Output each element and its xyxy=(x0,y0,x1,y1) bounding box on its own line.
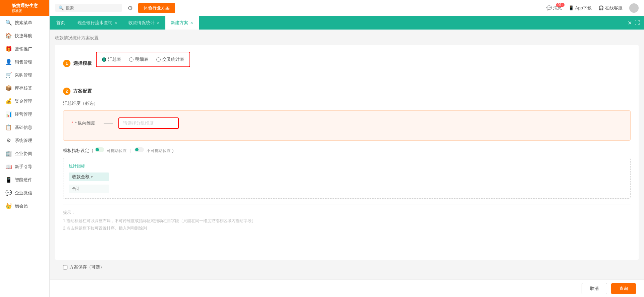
tips-section: 提示： 1.拖动标题栏可以调整布局，不可跨维度或指标区域拖动栏目字段（只能在同一… xyxy=(63,204,631,232)
chat-icon: 💬 xyxy=(5,190,12,196)
download-label: App下载 xyxy=(575,5,592,11)
section1-title: 选择模板 xyxy=(73,60,92,66)
nondraggable-toggle[interactable] xyxy=(135,147,144,152)
box-icon: 📦 xyxy=(5,85,12,91)
radio-detail-label: 明细表 xyxy=(135,56,148,62)
action-bar: 取消 查询 xyxy=(50,280,644,297)
radio-summary[interactable]: 汇总表 xyxy=(102,56,121,62)
metrics-section: 模板指标设定（ 可拖动位置 | 不可拖动位置 ） 统计指标 xyxy=(63,147,631,232)
metric-tag-amount[interactable]: 收款金额 ▾ xyxy=(69,172,109,181)
query-button[interactable]: 查询 xyxy=(611,283,636,294)
radio-cross[interactable]: 交叉统计表 xyxy=(156,56,184,62)
section2-number: 2 xyxy=(63,88,70,95)
metric-subtag-total: 合计 xyxy=(69,185,109,193)
sidebar-item-hardware[interactable]: 📱 智能硬件 xyxy=(0,173,49,186)
tab-collection[interactable]: 收款情况统计 ✕ xyxy=(123,16,165,30)
gift-icon: 🎁 xyxy=(5,46,12,52)
dimension-area: * * 纵向维度 —— 请选择分组维度 xyxy=(63,110,631,141)
sidebar-item-label: 智能硬件 xyxy=(15,177,32,183)
save-checkbox-label[interactable]: 方案保存（可选） xyxy=(63,264,104,270)
sidebar-item-purchase[interactable]: 🛒 采购管理 xyxy=(0,68,49,82)
search-input[interactable] xyxy=(66,6,113,10)
phone-icon: 📱 xyxy=(5,177,12,183)
tip-item-1: 1.拖动标题栏可以调整布局，不可跨维度或指标区域拖动栏目字段（只能在同一维度或指… xyxy=(63,217,631,225)
sidebar-logo: 畅捷通好生意 标准版 xyxy=(0,0,49,16)
draggable-label: 可拖动位置 xyxy=(107,148,127,153)
save-checkbox[interactable] xyxy=(63,265,67,269)
sidebar-item-enterprise[interactable]: 🏢 企业协同 xyxy=(0,147,49,160)
tab-cashflow-close[interactable]: ✕ xyxy=(114,21,117,25)
radio-summary-input[interactable] xyxy=(102,57,106,62)
service-item[interactable]: 🎧 在线客服 xyxy=(598,5,623,11)
tab-newplan-close[interactable]: ✕ xyxy=(190,21,193,25)
template-selection: 汇总表 明细表 交叉统计表 xyxy=(96,52,190,67)
search-icon: 🔍 xyxy=(58,5,64,10)
sidebar-item-inventory[interactable]: 📦 库存核算 xyxy=(0,82,49,95)
sidebar-item-guide[interactable]: 📖 新手引导 xyxy=(0,160,49,173)
service-label: 在线客服 xyxy=(605,5,623,11)
sidebar-item-finance[interactable]: 💰 资金管理 xyxy=(0,95,49,108)
tab-collection-close[interactable]: ✕ xyxy=(157,21,160,25)
section2-header: 2 方案配置 xyxy=(63,88,631,95)
clipboard-icon: 📋 xyxy=(5,124,12,131)
avatar[interactable] xyxy=(629,3,639,13)
footer-save: 方案保存（可选） xyxy=(55,260,639,274)
sidebar-item-quicknav[interactable]: 🏠 快捷导航 xyxy=(0,29,49,42)
building-icon: 🏢 xyxy=(5,150,12,157)
sidebar-item-label: 基础信息 xyxy=(15,125,32,131)
sidebar-item-basicinfo[interactable]: 📋 基础信息 xyxy=(0,121,49,134)
sidebar-item-label: 销售管理 xyxy=(15,59,32,65)
save-label: 方案保存（可选） xyxy=(69,264,104,270)
tab-newplan[interactable]: 新建方案 ✕ xyxy=(165,16,199,30)
tips-title: 提示： xyxy=(63,210,631,215)
tab-newplan-label: 新建方案 xyxy=(171,20,188,26)
metrics-area-title: 统计指标 xyxy=(69,163,625,169)
sidebar-item-search[interactable]: 🔍 搜索菜单 xyxy=(0,16,49,29)
section1-header: 1 选择模板 xyxy=(63,60,92,67)
cart-icon: 🛒 xyxy=(5,72,12,78)
gear-icon: ⚙ xyxy=(5,137,12,144)
form-card: 1 选择模板 汇总表 明细表 xyxy=(55,45,639,260)
radio-detail-input[interactable] xyxy=(129,57,133,62)
section1-number: 1 xyxy=(63,60,70,67)
sidebar-item-wechat[interactable]: 💬 企业微信 xyxy=(0,186,49,199)
service-icon: 🎧 xyxy=(598,5,604,10)
tab-expand-btn[interactable]: ⛶ xyxy=(635,20,640,26)
draggable-toggle[interactable] xyxy=(95,147,104,152)
metrics-label: 模板指标设定（ 可拖动位置 | 不可拖动位置 ） xyxy=(63,147,176,154)
sidebar-item-sales[interactable]: 👤 销售管理 xyxy=(0,55,49,68)
sidebar: 畅捷通好生意 标准版 🔍 搜索菜单 🏠 快捷导航 🎁 营销推广 👤 销售管理 🛒… xyxy=(0,0,50,297)
trial-button[interactable]: 体验行业方案 xyxy=(138,3,175,13)
tab-cashflow[interactable]: 现金银行流水查询 ✕ xyxy=(72,16,123,30)
radio-cross-input[interactable] xyxy=(156,57,161,62)
message-badge: 99+ xyxy=(556,3,565,7)
cancel-button[interactable]: 取消 xyxy=(582,283,607,294)
dimension-placeholder: 请选择分组维度 xyxy=(123,120,154,126)
sidebar-item-label: 搜索菜单 xyxy=(15,20,32,26)
tabbar-actions: ✕ ⛶ xyxy=(624,20,644,26)
section2-title: 方案配置 xyxy=(73,88,92,94)
dimension-select[interactable]: 请选择分组维度 xyxy=(118,117,179,129)
radio-detail[interactable]: 明细表 xyxy=(129,56,148,62)
sidebar-item-label: 新手引导 xyxy=(15,164,32,170)
settings-icon[interactable]: ⚙ xyxy=(127,4,133,12)
download-item[interactable]: 📱 App下载 xyxy=(569,5,592,11)
sidebar-item-marketing[interactable]: 🎁 营销推广 xyxy=(0,42,49,55)
tab-close-btn[interactable]: ✕ xyxy=(628,20,632,26)
chevron-down-icon: ▾ xyxy=(91,175,93,179)
app-edition: 标准版 xyxy=(12,9,38,13)
download-icon: 📱 xyxy=(569,5,574,10)
section2: 2 方案配置 汇总维度（必选） * * 纵向维度 —— xyxy=(63,88,631,232)
metric-tag-label: 收款金额 xyxy=(72,174,90,180)
vertical-label-text: * 纵向维度 xyxy=(75,120,96,126)
sidebar-item-system[interactable]: ⚙ 系统管理 xyxy=(0,134,49,147)
sidebar-item-operations[interactable]: 📊 经营管理 xyxy=(0,108,49,121)
sidebar-item-member[interactable]: 👑 畅会员 xyxy=(0,199,49,212)
sidebar-item-label: 企业微信 xyxy=(15,190,32,196)
tab-home[interactable]: 首页 xyxy=(50,16,72,30)
breadcrumb: 收款情况统计方案设置 xyxy=(55,35,639,41)
metrics-area: 统计指标 收款金额 ▾ 合计 xyxy=(63,158,631,199)
message-item[interactable]: 💬 消息 99+ xyxy=(546,5,562,11)
search-box[interactable]: 🔍 xyxy=(55,4,122,12)
page-content: 收款情况统计方案设置 1 选择模板 汇总表 xyxy=(50,30,644,280)
